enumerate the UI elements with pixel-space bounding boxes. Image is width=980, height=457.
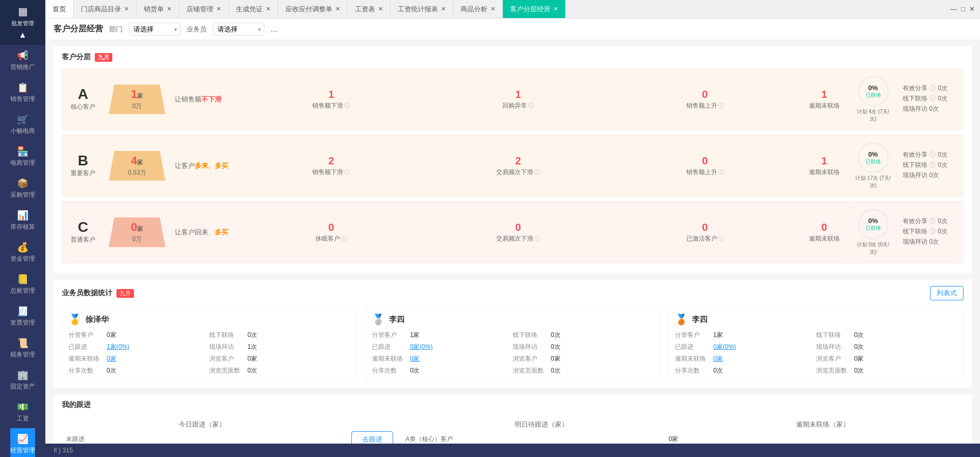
tab-close-pingzheng[interactable]: ✕: [266, 6, 271, 12]
staff-stat-staff2-4: 逾期未联络 0家: [372, 354, 513, 363]
tier-C-stat-0: 0 休眠客户 ⓘ: [238, 219, 425, 245]
tier-C-contact: 0 逾期未联络: [798, 219, 850, 245]
staff-stat-staff2-3: 现场拜访 0次: [513, 343, 653, 351]
tab-close-tongji[interactable]: ✕: [441, 6, 446, 12]
tab-label-menchan: 门店商品目录: [81, 5, 121, 14]
tab-close-xiaohuo[interactable]: ✕: [167, 6, 172, 12]
tab-shangpin[interactable]: 商品分析✕: [453, 0, 503, 18]
staff-stat-staff3-2: 已跟进 0家(0%): [675, 343, 816, 351]
tomorrow-followup-col: 明日待跟进（家） A类（核心）客户 0家: [401, 416, 683, 444]
staff-select[interactable]: 请选择: [213, 23, 264, 36]
tab-xiaohuo[interactable]: 销货单✕: [137, 0, 179, 18]
page-title: 客户分层经营: [54, 24, 103, 35]
fapiao-icon: 🧾: [17, 306, 28, 317]
tier-A-circle: 0% 已联络 计划 4次 (7天/次): [850, 74, 896, 125]
sidebar-label-kucun: 库存核算: [10, 223, 35, 231]
tier-C-stat-2: 0 已激活客户 ⓘ: [611, 219, 798, 245]
dianshang-icon: 🏪: [17, 146, 28, 157]
tier-A-action: 让销售额不下滑: [171, 95, 238, 104]
tier-row-C: C 普通客户 0家 0万 让客户回来、多买 0 休眠客户 ⓘ 0 交易频次下滑 …: [62, 201, 964, 263]
tab-kehu[interactable]: 客户分层经营✕: [503, 0, 566, 18]
tier-A-stat-0: 1 销售额下滑 ⓘ: [238, 87, 425, 112]
goto-btn-wrapper: 去跟进: [343, 416, 401, 444]
tab-yingshou[interactable]: 应收应付调整单✕: [278, 0, 348, 18]
tier-B-contact: 1 逾期未联络: [798, 153, 850, 179]
more-options-button[interactable]: ...: [271, 25, 277, 34]
tab-close-kehu[interactable]: ✕: [553, 6, 558, 12]
customer-tier-title: 客户分层 九月: [62, 53, 964, 62]
sidebar: ▦ 批发管理 ▲ 📢营销推广📋销售管理🛒小畅电商🏪电商管理📦采购管理📊库存核算💰…: [0, 0, 45, 457]
caigou-icon: 📦: [17, 178, 28, 189]
sidebar-item-caigou[interactable]: 📦采购管理: [10, 173, 35, 205]
staff-stat-staff1-5: 浏览客户 0家: [209, 354, 350, 363]
today-followup-col: 今日跟进（家） 未跟进 已联络 未联络 工厂出差1: [62, 416, 343, 444]
tier-B-action: 让客户多来、多买: [171, 161, 238, 171]
sidebar-item-fapiao[interactable]: 🧾发票管理: [10, 300, 35, 332]
staff-card-staff1: 🥇 徐泽华 分管客户 0家 线下联络 0次 已跟进 1家(0%) 现场拜访 1次…: [62, 307, 357, 382]
jingying-icon: 📈: [17, 433, 28, 445]
tab-tongji[interactable]: 工资统计报表✕: [391, 0, 453, 18]
tier-row-B: B 重要客户 4家 0.53万 让客户多来、多买 2 销售额下滑 ⓘ 2 交易频…: [62, 134, 964, 197]
tab-pingzheng[interactable]: 生成凭证✕: [229, 0, 278, 18]
sidebar-item-yingxiao[interactable]: 📢营销推广: [10, 45, 35, 77]
tab-close-shangpin[interactable]: ✕: [491, 6, 495, 12]
tab-bar-actions[interactable]: — □ ✕: [945, 5, 980, 13]
tab-close-menchan[interactable]: ✕: [124, 6, 129, 12]
staff-select-wrapper: 请选择: [213, 23, 264, 36]
tab-dianpu[interactable]: 店铺管理✕: [179, 0, 229, 18]
staff-stat-staff2-1: 线下联络 0次: [513, 331, 653, 340]
list-view-button[interactable]: 列表式: [930, 286, 964, 300]
tab-label-kehu: 客户分层经营: [510, 5, 550, 14]
tab-label-yingshou: 应收应付调整单: [285, 5, 332, 14]
window-maximize-icon[interactable]: □: [961, 5, 965, 13]
tier-C-count: 0家 0万: [104, 214, 171, 250]
sidebar-label-yingxiao: 营销推广: [10, 63, 35, 72]
tab-close-dianpu[interactable]: ✕: [216, 6, 221, 12]
staff-stat-staff1-3: 现场拜访 1次: [209, 343, 350, 351]
xiaoshou-icon: 📋: [17, 82, 28, 93]
xiaodian-icon: 🛒: [17, 114, 28, 125]
staff-stat-staff2-0: 分管客户 1家: [372, 331, 513, 340]
staff-stat-staff2-5: 浏览客户 0家: [513, 354, 653, 363]
yingxiao-icon: 📢: [17, 50, 28, 61]
staff-stat-staff2-6: 分享次数 0次: [372, 366, 513, 375]
sidebar-label-gongzi: 工资: [16, 414, 29, 423]
tab-menchan[interactable]: 门店商品目录✕: [74, 0, 137, 18]
tab-close-yingshou[interactable]: ✕: [335, 6, 340, 12]
sidebar-item-xiaodian[interactable]: 🛒小畅电商: [10, 109, 35, 141]
tab-close-gongzibiao[interactable]: ✕: [378, 6, 383, 12]
staff-stat-staff3-7: 浏览页面数 0次: [816, 366, 957, 375]
tier-B-right-stats: 有效分享 ⓘ 0次 线下联络 ⓘ 0次 现场拜访 0次: [896, 148, 963, 183]
sidebar-item-zhangzhang[interactable]: 📒总账管理: [10, 268, 35, 300]
tier-B-stats: 2 销售额下滑 ⓘ 2 交易频次下滑 ⓘ 0 销售额上升 ⓘ: [238, 153, 798, 179]
sidebar-item-dianshang[interactable]: 🏪电商管理: [10, 141, 35, 173]
sidebar-item-xiaoshou[interactable]: 📋销售管理: [10, 77, 35, 109]
overdue-followup-title: 逾期未联络（家）: [686, 420, 959, 429]
sidebar-item-gudingzichan[interactable]: 🏢固定资产: [10, 364, 35, 396]
bottom-hint-bar: It } 315: [45, 444, 980, 457]
gongzi-icon: 💵: [17, 401, 28, 413]
shuiwu-icon: 📜: [17, 337, 28, 349]
tier-A-contact: 1 逾期未联络: [798, 87, 850, 112]
sidebar-item-gongzi[interactable]: 💵工资: [10, 396, 35, 428]
sidebar-item-zijin[interactable]: 💰资金管理: [10, 236, 35, 268]
sidebar-item-jingying[interactable]: 📈经营管理: [10, 428, 35, 457]
window-minimize-icon[interactable]: —: [950, 5, 957, 13]
tab-home[interactable]: 首页: [45, 0, 74, 18]
tab-label-shangpin: 商品分析: [461, 5, 487, 14]
goto-followup-button[interactable]: 去跟进: [351, 431, 393, 444]
tab-label-pingzheng: 生成凭证: [236, 5, 263, 14]
tier-A-stat-2: 0 销售额上升 ⓘ: [611, 87, 798, 112]
sidebar-label-zhangzhang: 总账管理: [10, 286, 35, 295]
tab-gongzibiao[interactable]: 工资表✕: [348, 0, 391, 18]
sidebar-logo-text: 批发管理: [11, 20, 34, 27]
sidebar-item-kucun[interactable]: 📊库存核算: [10, 205, 35, 236]
dept-select[interactable]: 请选择: [129, 23, 180, 36]
sidebar-item-shuiwu[interactable]: 📜税务管理: [10, 332, 35, 364]
staff-stat-staff1-4: 逾期未联络 0家: [69, 354, 209, 363]
page-header: 客户分层经营 部门 请选择 业务员 请选择 ...: [45, 19, 980, 40]
staff-stats-section: 业务员数据统计 九月 列表式 🥇 徐泽华 分管客户 0家 线下联络 0次 已跟进…: [54, 280, 972, 388]
sidebar-label-shuiwu: 税务管理: [10, 350, 35, 359]
tab-label-dianpu: 店铺管理: [187, 5, 213, 14]
window-close-icon[interactable]: ✕: [969, 5, 975, 13]
